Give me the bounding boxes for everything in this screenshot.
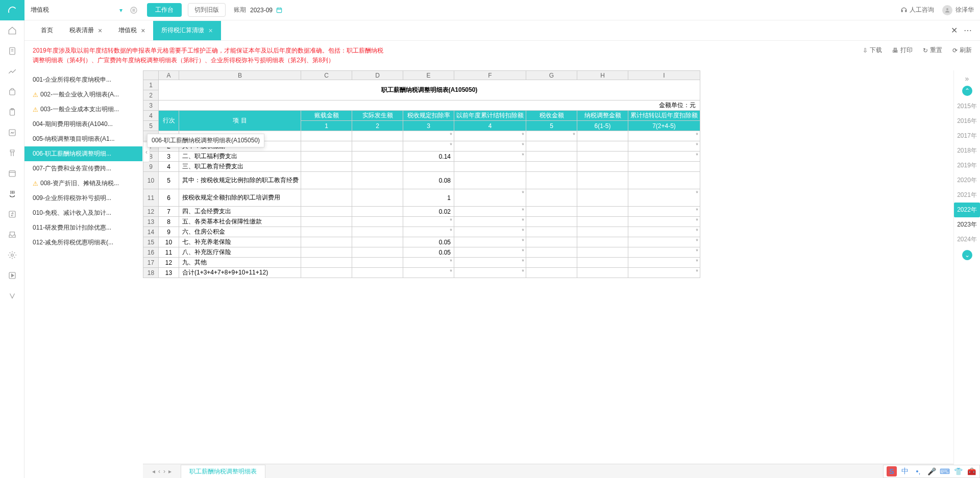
user-menu[interactable]: 徐泽华 xyxy=(942,5,974,15)
grid-cell[interactable] xyxy=(352,258,403,268)
grid-cell[interactable] xyxy=(301,258,352,268)
ime-lang-icon[interactable]: 中 xyxy=(900,466,910,476)
col-header[interactable]: F xyxy=(454,71,526,80)
year-item[interactable]: 2023年 xyxy=(954,217,980,232)
nav-home-icon[interactable] xyxy=(0,20,24,41)
grid-cell[interactable] xyxy=(454,207,526,217)
grid-cell[interactable] xyxy=(628,141,700,152)
nav-steam-icon[interactable] xyxy=(0,184,24,204)
year-item[interactable]: 2016年 xyxy=(954,114,980,129)
col-header[interactable]: I xyxy=(628,71,700,80)
grid-cell[interactable] xyxy=(628,237,700,247)
row-header[interactable]: 17 xyxy=(143,258,159,268)
ime-toolbox-icon[interactable]: 🧰 xyxy=(966,466,976,476)
grid-cell[interactable] xyxy=(526,172,577,189)
grid-cell[interactable] xyxy=(454,247,526,258)
year-item[interactable]: 2021年 xyxy=(954,188,980,203)
year-down-button[interactable]: ⌄ xyxy=(962,250,972,260)
form-list-item[interactable]: 010-免税、减计收入及加计... xyxy=(24,206,142,220)
col-header[interactable]: C xyxy=(301,71,352,80)
form-list-item[interactable]: 001-企业所得税年度纳税申... xyxy=(24,72,142,87)
grid-cell[interactable] xyxy=(628,268,700,278)
grid-cell[interactable] xyxy=(454,217,526,227)
module-dropdown[interactable]: 增值税 ▾ xyxy=(31,6,122,14)
grid-cell[interactable]: 三、职工教育经费支出 xyxy=(179,162,301,172)
grid-cell[interactable] xyxy=(628,172,700,189)
tab-所得税汇算清缴[interactable]: 所得税汇算清缴× xyxy=(153,21,220,40)
year-item[interactable]: 2018年 xyxy=(954,143,980,158)
grid-cell[interactable] xyxy=(454,227,526,237)
col-header[interactable]: E xyxy=(403,71,454,80)
grid-cell[interactable] xyxy=(577,247,628,258)
grid-cell[interactable] xyxy=(301,217,352,227)
col-header[interactable]: A xyxy=(159,71,179,80)
grid-cell[interactable] xyxy=(352,237,403,247)
grid-cell[interactable] xyxy=(577,258,628,268)
grid-cell[interactable] xyxy=(301,131,352,141)
grid-cell[interactable] xyxy=(403,141,454,152)
row-header[interactable]: 15 xyxy=(143,237,159,247)
sheet-nav-prev-icon[interactable]: ‹ xyxy=(157,467,161,476)
grid-cell[interactable]: 六、住房公积金 xyxy=(179,227,301,237)
grid-cell[interactable] xyxy=(526,217,577,227)
grid-cell[interactable]: 9 xyxy=(159,227,179,237)
grid-cell[interactable] xyxy=(352,131,403,141)
year-item[interactable]: 2019年 xyxy=(954,158,980,173)
grid-cell[interactable] xyxy=(526,141,577,152)
row-header[interactable]: 9 xyxy=(143,162,159,172)
grid-cell[interactable]: 按税收规定全额扣除的职工培训费用 xyxy=(179,189,301,207)
grid-cell[interactable] xyxy=(403,162,454,172)
nav-bag-icon[interactable] xyxy=(0,82,24,102)
grid-cell[interactable]: 0.05 xyxy=(403,237,454,247)
grid-cell[interactable]: 13 xyxy=(159,268,179,278)
grid-cell[interactable]: 0.05 xyxy=(403,247,454,258)
grid-cell[interactable] xyxy=(628,162,700,172)
form-list-item[interactable]: 009-企业所得税弥补亏损明... xyxy=(24,191,142,206)
grid-cell[interactable]: 3 xyxy=(159,152,179,162)
grid-cell[interactable]: 4 xyxy=(159,162,179,172)
nav-doc-icon[interactable] xyxy=(0,41,24,61)
grid-cell[interactable] xyxy=(301,227,352,237)
grid-cell[interactable] xyxy=(454,268,526,278)
workbench-button[interactable]: 工作台 xyxy=(147,3,182,17)
form-list-item[interactable]: 004-期间费用明细表(A1040... xyxy=(24,117,142,132)
row-header[interactable]: 3 xyxy=(143,100,159,111)
grid-cell[interactable] xyxy=(403,227,454,237)
year-expand-icon[interactable]: » xyxy=(965,74,969,83)
form-list-item[interactable]: ⚠008-资产折旧、摊销及纳税... xyxy=(24,176,142,191)
grid-cell[interactable] xyxy=(577,268,628,278)
nav-v-icon[interactable] xyxy=(0,286,24,306)
switch-version-button[interactable]: 切到旧版 xyxy=(188,3,226,17)
grid-cell[interactable] xyxy=(577,189,628,207)
sheet-nav-next-icon[interactable]: › xyxy=(162,467,166,476)
grid-cell[interactable] xyxy=(526,258,577,268)
grid-cell[interactable]: 8 xyxy=(159,217,179,227)
nav-tax-icon[interactable] xyxy=(0,143,24,163)
grid-cell[interactable]: 7 xyxy=(159,207,179,217)
row-header[interactable]: 18 xyxy=(143,268,159,278)
year-up-button[interactable]: ⌃ xyxy=(962,86,972,96)
grid-cell[interactable] xyxy=(352,172,403,189)
spreadsheet-grid[interactable]: ABCDEFGHI1职工薪酬纳税调整明细表(A105050)23金额单位：元4行… xyxy=(143,70,953,464)
grid-cell[interactable] xyxy=(454,258,526,268)
grid-cell[interactable] xyxy=(352,227,403,237)
ime-logo-icon[interactable]: S xyxy=(887,466,897,476)
col-header[interactable]: D xyxy=(352,71,403,80)
row-header[interactable]: 11 xyxy=(143,189,159,207)
form-list-item[interactable]: 007-广告费和业务宣传费跨... xyxy=(24,161,142,176)
grid-cell[interactable]: 0.02 xyxy=(403,207,454,217)
grid-cell[interactable] xyxy=(301,141,352,152)
tabs-more-icon[interactable]: ⋯ xyxy=(964,26,972,35)
grid-cell[interactable] xyxy=(628,189,700,207)
grid-cell[interactable] xyxy=(403,217,454,227)
grid-cell[interactable] xyxy=(577,217,628,227)
grid-cell[interactable]: 5 xyxy=(159,172,179,189)
grid-cell[interactable] xyxy=(454,189,526,207)
grid-cell[interactable] xyxy=(352,189,403,207)
tab-首页[interactable]: 首页 xyxy=(33,21,61,40)
grid-cell[interactable] xyxy=(301,162,352,172)
close-all-tabs-icon[interactable]: ✕ xyxy=(951,26,958,35)
grid-cell[interactable] xyxy=(301,189,352,207)
form-list-item[interactable]: 012-减免所得税优惠明细表(... xyxy=(24,235,142,250)
tab-增值税[interactable]: 增值税× xyxy=(110,21,153,40)
